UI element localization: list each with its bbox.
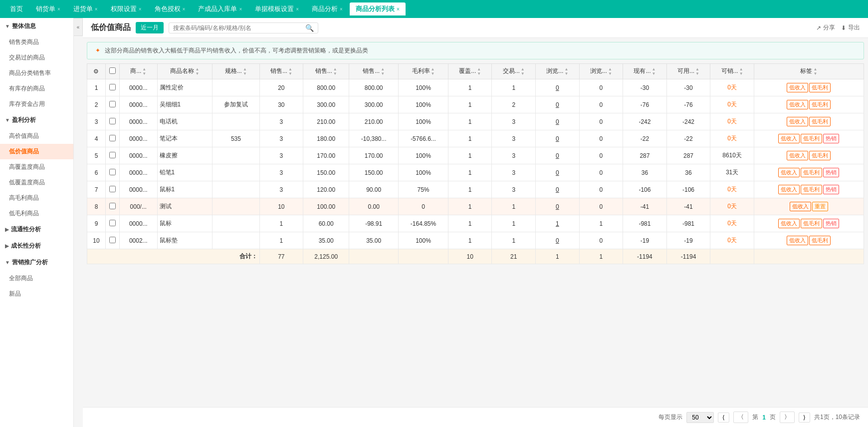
row-select[interactable] [109,135,116,141]
tab-close-icon[interactable]: × [183,6,186,12]
row-spec [213,181,259,198]
sidebar-item-高价值商品[interactable]: 高价值商品 [0,128,73,144]
last-page-btn[interactable]: ⟩ [799,413,810,423]
nav-tab-单据模板设置[interactable]: 单据模板设置× [249,2,305,15]
transactions-col-header[interactable]: 交易...▲▼ [492,64,536,79]
saleable-col-header[interactable]: 可销...▲▼ [710,64,754,79]
gross-margin-col-header[interactable]: 毛利率▲▼ [399,64,448,79]
views-link[interactable]: 0 [556,203,559,210]
page-size-select[interactable]: 50 100 200 [686,412,714,423]
tab-close-icon[interactable]: × [95,6,98,12]
tab-close-icon[interactable]: × [296,6,299,12]
export-btn[interactable]: ⬇ 导出 [841,23,860,32]
tab-close-icon[interactable]: × [340,6,343,12]
nav-tab-商品分析列表[interactable]: 商品分析列表× [350,2,406,15]
row-select[interactable] [109,220,116,226]
code-col-header[interactable]: 商...▲▼ [119,64,157,79]
views-link[interactable]: 0 [556,237,559,244]
sales-profit-col-header[interactable]: 销售...▲▼ [349,64,399,79]
available-col-header[interactable]: 可用...▲▼ [666,64,710,79]
nav-tab-进货单[interactable]: 进货单× [67,2,104,15]
sidebar-item-高毛利商品[interactable]: 高毛利商品 [0,190,73,206]
share-icon: ↗ [816,24,821,31]
row-select[interactable] [109,152,116,158]
sidebar-item-新品[interactable]: 新品 [0,286,73,302]
sidebar-item-低覆盖度商品[interactable]: 低覆盖度商品 [0,175,73,190]
views-link[interactable]: 0 [556,186,559,193]
checkbox-col-header[interactable] [105,64,119,79]
row-checkbox[interactable] [105,113,119,130]
row-select[interactable] [109,101,116,107]
sidebar-group-成长性分析[interactable]: ▶成长性分析 [0,238,73,254]
views-link[interactable]: 1 [556,220,559,227]
coverage-col-header[interactable]: 覆盖...▲▼ [448,64,492,79]
nav-tab-商品分析[interactable]: 商品分析× [306,2,349,15]
settings-col-header[interactable]: ⚙ [87,64,106,79]
sidebar-group-盈利分析[interactable]: ▼盈利分析 [0,112,73,128]
row-coverage: 1 [448,96,492,113]
sidebar-item-全部商品[interactable]: 全部商品 [0,271,73,286]
tab-close-icon[interactable]: × [239,6,242,12]
row-select[interactable] [109,84,116,90]
filter-btn[interactable]: 近一月 [136,22,164,33]
tab-close-icon[interactable]: × [57,6,60,12]
row-checkbox[interactable] [105,130,119,147]
row-sales-amount: 35.00 [303,232,349,249]
tab-close-icon[interactable]: × [397,6,400,12]
search-icon[interactable]: 🔍 [305,24,314,32]
tab-close-icon[interactable]: × [139,6,142,12]
stock-col-header[interactable]: 现有...▲▼ [623,64,667,79]
views-link[interactable]: 0 [556,135,559,142]
views2-col-header[interactable]: 浏览...▲▼ [579,64,623,79]
sidebar-item-低毛利商品[interactable]: 低毛利商品 [0,206,73,221]
select-all-checkbox[interactable] [109,67,116,74]
sidebar-group-整体信息[interactable]: ▼整体信息 [0,18,73,34]
row-checkbox[interactable] [105,79,119,96]
nav-tab-首页[interactable]: 首页 [4,2,29,15]
spec-col-header[interactable]: 规格...▲▼ [213,64,259,79]
row-select[interactable] [109,169,116,175]
sidebar-group-营销推广分析[interactable]: ▼营销推广分析 [0,254,73,271]
nav-tab-角色授权[interactable]: 角色授权× [149,2,192,15]
next-page-btn[interactable]: 〉 [780,412,795,423]
sidebar-item-商品分类销售率[interactable]: 商品分类销售率 [0,65,73,81]
row-checkbox[interactable] [105,164,119,181]
row-stock: -981 [623,215,667,232]
sidebar-item-有库存的商品[interactable]: 有库存的商品 [0,81,73,96]
sales-qty-col-header[interactable]: 销售...▲▼ [259,64,303,79]
row-checkbox[interactable] [105,147,119,164]
views-link[interactable]: 0 [556,101,559,108]
row-select[interactable] [109,118,116,124]
sidebar-collapse-btn[interactable]: « [74,18,83,36]
sidebar-item-交易过的商品[interactable]: 交易过的商品 [0,50,73,65]
prev-page-btn[interactable]: 〈 [733,412,748,423]
row-checkbox[interactable] [105,181,119,198]
nav-tab-权限设置[interactable]: 权限设置× [105,2,148,15]
search-input[interactable] [173,24,303,31]
sidebar-item-销售类商品[interactable]: 销售类商品 [0,34,73,50]
row-checkbox[interactable] [105,232,119,249]
row-sales-amount: 210.00 [303,113,349,130]
views-link[interactable]: 0 [556,84,559,91]
row-checkbox[interactable] [105,198,119,215]
sidebar-item-低价值商品[interactable]: 低价值商品 [0,144,73,159]
tags-col-header[interactable]: 标签▲▼ [754,64,864,79]
row-select[interactable] [109,237,116,243]
views-link[interactable]: 0 [556,152,559,159]
name-col-header[interactable]: 商品名称▲▼ [157,64,213,79]
nav-tab-销货单[interactable]: 销货单× [30,2,66,15]
row-select[interactable] [109,186,116,192]
views-link[interactable]: 0 [556,118,559,125]
sidebar-item-高覆盖度商品[interactable]: 高覆盖度商品 [0,159,73,175]
sidebar-item-库存资金占用[interactable]: 库存资金占用 [0,96,73,112]
sales-amount-col-header[interactable]: 销售...▲▼ [303,64,349,79]
views1-col-header[interactable]: 浏览...▲▼ [536,64,580,79]
sidebar-group-流通性分析[interactable]: ▶流通性分析 [0,221,73,238]
nav-tab-产成品入库单[interactable]: 产成品入库单× [192,2,248,15]
row-checkbox[interactable] [105,215,119,232]
row-checkbox[interactable] [105,96,119,113]
share-btn[interactable]: ↗ 分享 [816,23,835,32]
first-page-btn[interactable]: ⟨ [718,413,729,423]
views-link[interactable]: 0 [556,169,559,176]
row-select[interactable] [109,203,116,209]
